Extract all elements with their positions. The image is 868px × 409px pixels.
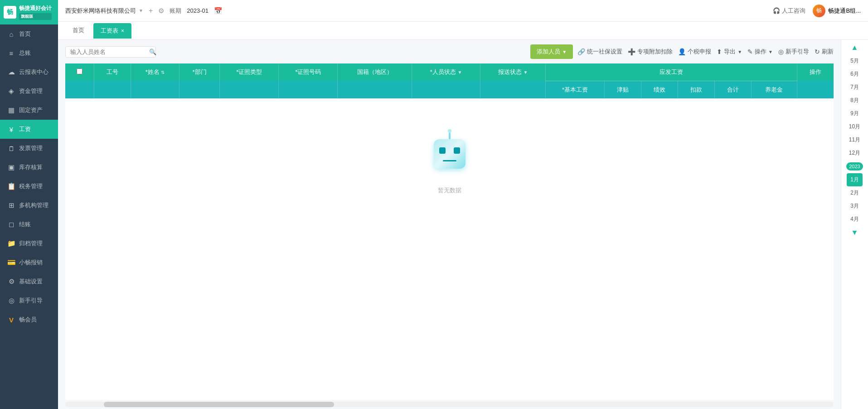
inventory-icon: ▣ <box>7 163 15 171</box>
search-icon: 🔍 <box>149 49 156 55</box>
company-selector[interactable]: 西安虾米网络科技有限公司 ▼ <box>65 7 143 15</box>
report-status-filter-icon[interactable]: ▼ <box>524 70 528 75</box>
th-person-status: *人员状态 ▼ <box>412 63 480 81</box>
month-1-current[interactable]: 1月 <box>847 173 863 186</box>
user-info[interactable]: 畅 畅捷通B组... <box>813 5 861 17</box>
panel-down-icon[interactable]: ▼ <box>849 227 860 239</box>
fixed-assets-icon: ▦ <box>7 106 15 114</box>
app-name: 畅捷通好会计 <box>19 5 52 12</box>
tax-declaration-label: 个税申报 <box>688 48 711 56</box>
tax-declaration-action[interactable]: 👤 个税申报 <box>678 48 711 56</box>
empty-state: 暂无数据 <box>65 98 834 231</box>
operation-dropdown-icon: ▼ <box>768 49 773 54</box>
settings-gear-icon[interactable]: ⚙ <box>158 7 164 15</box>
tab-close-icon[interactable]: × <box>121 28 124 34</box>
sidebar-item-ledger-label: 总账 <box>19 49 31 57</box>
panel-up-icon[interactable]: ▲ <box>849 42 860 54</box>
sidebar-item-inventory[interactable]: ▣ 库存核算 <box>0 158 58 177</box>
deduction-action[interactable]: ➕ 专项附加扣除 <box>628 48 673 56</box>
month-6[interactable]: 6月 <box>845 68 864 81</box>
month-5[interactable]: 5月 <box>845 54 864 68</box>
sidebar-item-fixed-assets-label: 固定资产 <box>19 106 43 114</box>
th-dept: *部门 <box>179 63 220 81</box>
tab-home-label: 首页 <box>73 27 84 34</box>
social-security-action[interactable]: 🔗 统一社保设置 <box>577 48 622 56</box>
deduction-label: 专项附加扣除 <box>637 48 673 56</box>
empty-robot-icon <box>427 135 472 175</box>
month-4-current[interactable]: 4月 <box>847 213 863 226</box>
refresh-label: 刷新 <box>822 48 834 56</box>
tab-home[interactable]: 首页 <box>65 23 92 39</box>
support-btn[interactable]: 🎧 人工咨询 <box>773 7 805 15</box>
scrollbar-thumb[interactable] <box>104 402 335 407</box>
sidebar-item-invoice[interactable]: 🗒 发票管理 <box>0 139 58 158</box>
sidebar-item-fixed-assets[interactable]: ▦ 固定资产 <box>0 101 58 120</box>
app-version: 旗舰版 <box>19 13 52 20</box>
th-name: *姓名 ⇅ <box>131 63 179 81</box>
th-checkbox[interactable] <box>65 63 94 81</box>
sidebar-item-fund-label: 资金管理 <box>19 87 43 95</box>
sidebar-item-archive-label: 归档管理 <box>19 239 43 248</box>
month-11[interactable]: 11月 <box>845 133 864 146</box>
table-header-group-row: 工号 *姓名 ⇅ *部门 *证照类型 <box>65 63 834 81</box>
year-2023-label[interactable]: 2023 <box>846 162 863 170</box>
month-10[interactable]: 10月 <box>845 120 864 133</box>
export-action[interactable]: ⬆ 导出 ▼ <box>717 48 742 56</box>
sidebar-item-expense[interactable]: 💳 小畅报销 <box>0 253 58 272</box>
sidebar-item-home[interactable]: ⌂ 首页 <box>0 24 58 44</box>
sidebar-item-settings[interactable]: ⚙ 基础设置 <box>0 272 58 291</box>
horizontal-scrollbar[interactable] <box>65 402 834 407</box>
th-allowance: 津贴 <box>605 81 641 98</box>
robot-right-eye <box>454 147 460 154</box>
social-security-label: 统一社保设置 <box>587 48 622 56</box>
sidebar-item-archive[interactable]: 📁 归档管理 <box>0 234 58 253</box>
deduction-icon: ➕ <box>628 48 635 55</box>
main-area: 西安虾米网络科技有限公司 ▼ + ⚙ 账期 2023-01 📅 🎧 人工咨询 畅… <box>58 0 868 409</box>
guide-toolbar-icon: ◎ <box>778 48 784 55</box>
robot-mouth <box>443 160 456 161</box>
export-icon: ⬆ <box>717 48 722 55</box>
main-content: 🔍 添加人员 ▼ 🔗 统一社保设置 ➕ 专项附加扣除 <box>58 40 841 409</box>
month-7[interactable]: 7月 <box>845 81 864 94</box>
export-label: 导出 <box>724 48 736 56</box>
headset-icon: 🎧 <box>773 7 780 14</box>
name-sort-icon: ⇅ <box>161 70 165 75</box>
month-9[interactable]: 9月 <box>845 107 864 120</box>
sidebar-item-cloud-report-label: 云报表中心 <box>19 68 48 76</box>
sidebar-nav: ⌂ 首页 ≡ 总账 ☁ 云报表中心 ◈ 资金管理 ▦ 固定资产 ¥ 工资 🗒 发… <box>0 24 58 409</box>
sidebar-item-tax[interactable]: 📋 税务管理 <box>0 177 58 196</box>
month-12[interactable]: 12月 <box>845 146 864 160</box>
refresh-action[interactable]: ↻ 刷新 <box>815 48 834 56</box>
month-2-current[interactable]: 2月 <box>847 186 863 200</box>
company-dropdown-icon: ▼ <box>139 8 143 13</box>
person-status-filter-icon[interactable]: ▼ <box>458 70 462 75</box>
sidebar-item-salary[interactable]: ¥ 工资 <box>0 120 58 139</box>
sidebar-item-guide[interactable]: ◎ 新手引导 <box>0 291 58 310</box>
th-pension: 养老金 <box>751 81 797 98</box>
search-box[interactable]: 🔍 <box>65 46 156 58</box>
right-date-panel: ▲ 5月 6月 7月 8月 9月 10月 11月 12月 2023 1月 2月 … <box>841 40 868 409</box>
guide-action[interactable]: ◎ 新手引导 <box>778 48 809 56</box>
th-report-status: 报送状态 ▼ <box>480 63 546 81</box>
sidebar-item-member[interactable]: V 畅会员 <box>0 310 58 329</box>
add-person-button[interactable]: 添加人员 ▼ <box>530 44 573 59</box>
sidebar-item-fund[interactable]: ◈ 资金管理 <box>0 82 58 101</box>
select-all-checkbox[interactable] <box>77 68 82 74</box>
refresh-icon: ↻ <box>815 48 820 55</box>
sidebar-item-ledger[interactable]: ≡ 总账 <box>0 44 58 63</box>
operation-action[interactable]: ✎ 操作 ▼ <box>747 48 773 56</box>
toolbar-actions: 🔗 统一社保设置 ➕ 专项附加扣除 👤 个税申报 ⬆ 导出 ▼ <box>577 48 834 56</box>
calendar-icon[interactable]: 📅 <box>214 7 223 15</box>
sidebar-item-close[interactable]: ◻ 结账 <box>0 215 58 234</box>
sidebar-item-multi-org[interactable]: ⊞ 多机构管理 <box>0 196 58 215</box>
month-8[interactable]: 8月 <box>845 94 864 107</box>
th-total: 合计 <box>714 81 751 98</box>
add-company-icon[interactable]: + <box>149 7 153 15</box>
tab-salary[interactable]: 工资表 × <box>93 23 131 39</box>
sidebar-item-cloud-report[interactable]: ☁ 云报表中心 <box>0 63 58 82</box>
sidebar-item-inventory-label: 库存核算 <box>19 163 43 171</box>
cloud-icon: ☁ <box>7 68 15 76</box>
tab-bar: 首页 工资表 × <box>58 22 868 40</box>
search-input[interactable] <box>70 49 146 55</box>
month-3-current[interactable]: 3月 <box>847 200 863 213</box>
